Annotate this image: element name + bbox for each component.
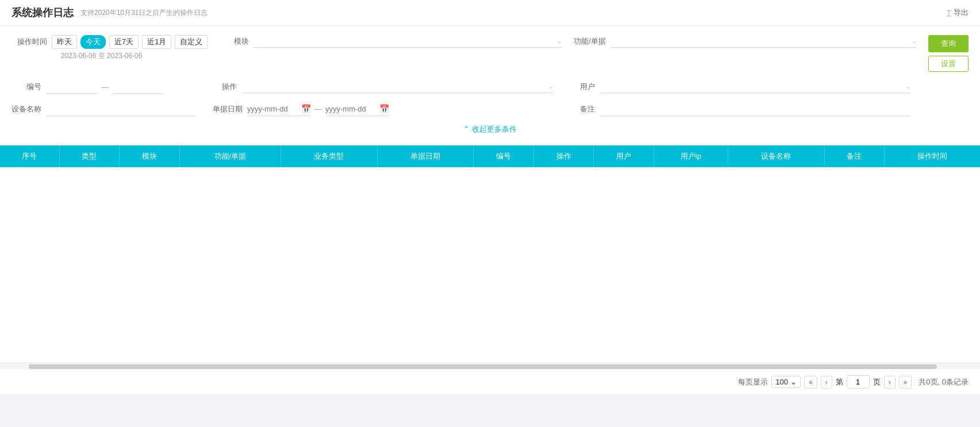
time-btn-7days[interactable]: 近7天 xyxy=(109,35,139,49)
empty-data-area xyxy=(0,167,980,363)
page-size-value: 100 xyxy=(775,378,788,386)
col-module: 模块 xyxy=(120,145,179,167)
col-voucher-date: 单据日期 xyxy=(377,145,474,167)
pagination-bar: 每页显示 100 ⌄ « ‹ 第 页 › » 共0页, 0条记录 xyxy=(0,370,980,394)
function-label: 功能/单据 xyxy=(574,36,610,47)
time-range-display: 2023-06-06 至 2023-06-06 xyxy=(61,52,142,60)
module-label: 模块 xyxy=(219,36,253,47)
filter-area: 操作时间 昨天 今天 近7天 近1月 自定义 2023-06-06 至 2023… xyxy=(0,26,980,145)
remark-input[interactable] xyxy=(599,102,912,116)
date-to-input[interactable] xyxy=(325,105,377,113)
time-btn-custom[interactable]: 自定义 xyxy=(175,35,207,49)
table-header: 序号 类型 模块 功能/单据 业务类型 单据日期 编号 操作 用户 用户ip 设… xyxy=(0,145,980,167)
date-dash: — xyxy=(311,105,325,113)
user-chevron-icon: ⌄ xyxy=(906,83,911,90)
next-page-button[interactable]: › xyxy=(884,376,896,388)
table-area: 序号 类型 模块 功能/单据 业务类型 单据日期 编号 操作 用户 用户ip 设… xyxy=(0,145,980,363)
page-size-select[interactable]: 100 ⌄ xyxy=(771,376,801,388)
page-size-chevron-icon: ⌄ xyxy=(790,378,797,386)
total-info: 共0页, 0条记录 xyxy=(918,377,969,387)
function-select[interactable]: ⌄ xyxy=(610,35,917,48)
number-from-input[interactable] xyxy=(46,80,98,94)
page-number-input[interactable] xyxy=(847,375,870,388)
user-select[interactable]: ⌄ xyxy=(599,80,912,93)
date-from-wrap: 📅 xyxy=(247,102,311,116)
data-table: 序号 类型 模块 功能/单据 业务类型 单据日期 编号 操作 用户 用户ip 设… xyxy=(0,145,980,167)
collapse-bar[interactable]: ⌃ 收起更多条件 xyxy=(11,121,969,140)
device-group: 设备名称 xyxy=(11,102,195,116)
last-page-button[interactable]: » xyxy=(899,376,912,388)
time-btn-today[interactable]: 今天 xyxy=(80,35,106,49)
module-chevron-icon: ⌄ xyxy=(557,37,562,45)
time-btn-yesterday[interactable]: 昨天 xyxy=(52,35,77,49)
page-title: 系统操作日志 xyxy=(11,6,74,20)
operation-label: 操作 xyxy=(207,82,241,92)
voucher-date-group: 单据日期 📅 — 📅 xyxy=(207,102,554,116)
operation-time-group: 操作时间 昨天 今天 近7天 近1月 自定义 2023-06-06 至 2023… xyxy=(11,35,207,61)
module-group: 模块 ⌄ xyxy=(219,35,562,48)
col-biz-type: 业务类型 xyxy=(281,145,378,167)
table-header-row: 序号 类型 模块 功能/单据 业务类型 单据日期 编号 操作 用户 用户ip 设… xyxy=(0,145,980,167)
number-to-input[interactable] xyxy=(112,80,164,94)
module-select[interactable]: ⌄ xyxy=(253,35,562,48)
number-group: 编号 — xyxy=(11,80,195,94)
prev-page-button[interactable]: ‹ xyxy=(821,376,832,388)
user-group: 用户 ⌄ xyxy=(565,80,912,93)
device-input[interactable] xyxy=(46,102,195,116)
operation-select[interactable]: ⌄ xyxy=(241,80,554,93)
time-buttons: 昨天 今天 近7天 近1月 自定义 xyxy=(52,35,207,49)
col-number: 编号 xyxy=(474,145,533,167)
number-dash: — xyxy=(98,83,112,91)
date-to-wrap: 📅 xyxy=(325,102,389,116)
query-button[interactable]: 查询 xyxy=(928,35,969,52)
collapse-label: 收起更多条件 xyxy=(472,125,517,133)
page-subtitle: 支持2020年10月31日之后产生的操作日志 xyxy=(80,8,207,18)
col-seq: 序号 xyxy=(0,145,59,167)
col-op-time: 操作时间 xyxy=(884,145,980,167)
calendar-to-icon[interactable]: 📅 xyxy=(379,104,389,113)
scrollbar-thumb[interactable] xyxy=(29,364,937,369)
col-user-ip: 用户ip xyxy=(654,145,728,167)
first-page-button[interactable]: « xyxy=(804,376,817,388)
horizontal-scrollbar[interactable] xyxy=(0,363,980,370)
user-label: 用户 xyxy=(565,82,599,92)
page-header: 系统操作日志 支持2020年10月31日之后产生的操作日志 ⌶ 导出 xyxy=(0,0,980,26)
function-chevron-icon: ⌄ xyxy=(912,37,917,45)
function-group: 功能/单据 ⌄ xyxy=(574,35,917,48)
number-label: 编号 xyxy=(11,82,46,92)
col-user: 用户 xyxy=(594,145,654,167)
date-from-input[interactable] xyxy=(247,105,299,113)
operation-group: 操作 ⌄ xyxy=(207,80,554,93)
col-operation: 操作 xyxy=(533,145,593,167)
operation-chevron-icon: ⌄ xyxy=(548,83,554,90)
col-function: 功能/单据 xyxy=(179,145,280,167)
device-label: 设备名称 xyxy=(11,104,46,114)
page-size-label: 每页显示 xyxy=(738,377,768,387)
page-unit: 页 xyxy=(873,377,881,387)
export-button[interactable]: ⌶ 导出 xyxy=(947,7,969,18)
remark-label: 备注 xyxy=(565,104,599,114)
action-buttons: 查询 设置 xyxy=(928,35,969,72)
collapse-icon: ⌃ xyxy=(463,125,470,133)
col-remark: 备注 xyxy=(824,145,884,167)
export-icon: ⌶ xyxy=(947,9,951,17)
voucher-date-label: 单据日期 xyxy=(207,104,247,114)
settings-button[interactable]: 设置 xyxy=(928,56,969,72)
col-type: 类型 xyxy=(59,145,119,167)
page-label: 第 xyxy=(836,377,843,387)
col-device: 设备名称 xyxy=(728,145,824,167)
remark-group: 备注 xyxy=(565,102,912,116)
operation-time-label: 操作时间 xyxy=(11,37,52,47)
calendar-from-icon[interactable]: 📅 xyxy=(301,104,311,113)
time-btn-1month[interactable]: 近1月 xyxy=(142,35,171,49)
